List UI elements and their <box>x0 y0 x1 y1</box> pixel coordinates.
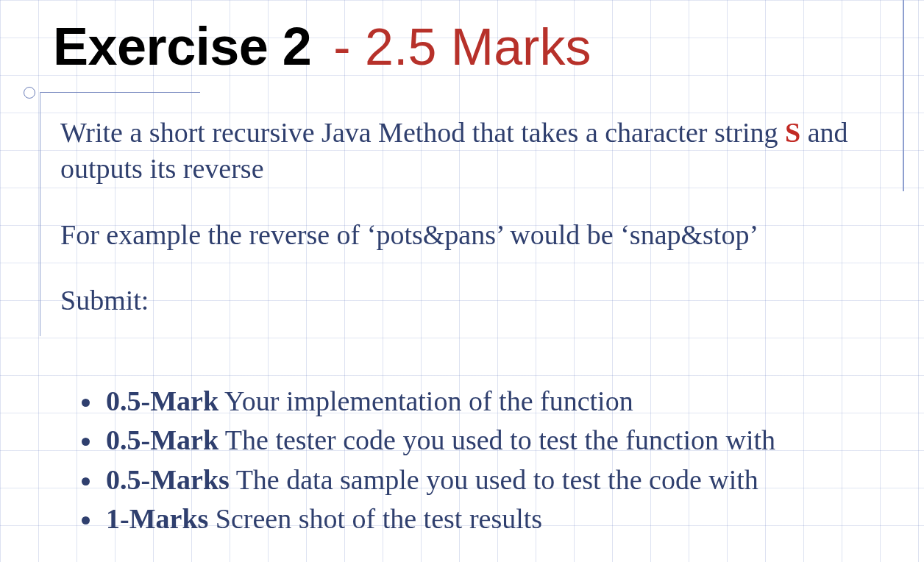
title-marks: - 2.5 Marks <box>333 18 591 76</box>
submit-label: Submit: <box>60 282 880 319</box>
list-item: 0.5-Mark Your implementation of the func… <box>103 383 895 420</box>
item-text: Screen shot of the test results <box>208 503 542 534</box>
item-mark: 1-Marks <box>106 503 208 534</box>
list-item: 1-Marks Screen shot of the test results <box>103 500 895 538</box>
right-border-line <box>903 0 904 191</box>
list-item: 0.5-Mark The tester code you used to tes… <box>103 422 895 459</box>
submit-bullets: 0.5-Mark Your implementation of the func… <box>74 383 895 539</box>
para1-pre: Write a short recursive Java Method that… <box>60 117 785 148</box>
title-main: Exercise 2 <box>53 17 311 76</box>
left-vertical-line <box>40 92 40 336</box>
paragraph-1: Write a short recursive Java Method that… <box>60 115 880 188</box>
paragraph-2: For example the reverse of ‘pots&pans’ w… <box>60 217 880 253</box>
title-rule-line <box>40 92 200 93</box>
title-rule-circle-icon <box>24 87 35 99</box>
item-text: The tester code you used to test the fun… <box>218 424 775 455</box>
list-item: 0.5-Marks The data sample you used to te… <box>103 461 895 499</box>
para1-s: S <box>785 117 800 148</box>
item-mark: 0.5-Marks <box>106 464 230 495</box>
body-text: Write a short recursive Java Method that… <box>60 115 880 349</box>
item-mark: 0.5-Mark <box>106 424 218 455</box>
slide-title: Exercise 2 - 2.5 Marks <box>53 16 895 77</box>
item-text: The data sample you used to test the cod… <box>230 464 758 495</box>
item-mark: 0.5-Mark <box>106 385 218 416</box>
item-text: Your implementation of the function <box>218 385 633 416</box>
